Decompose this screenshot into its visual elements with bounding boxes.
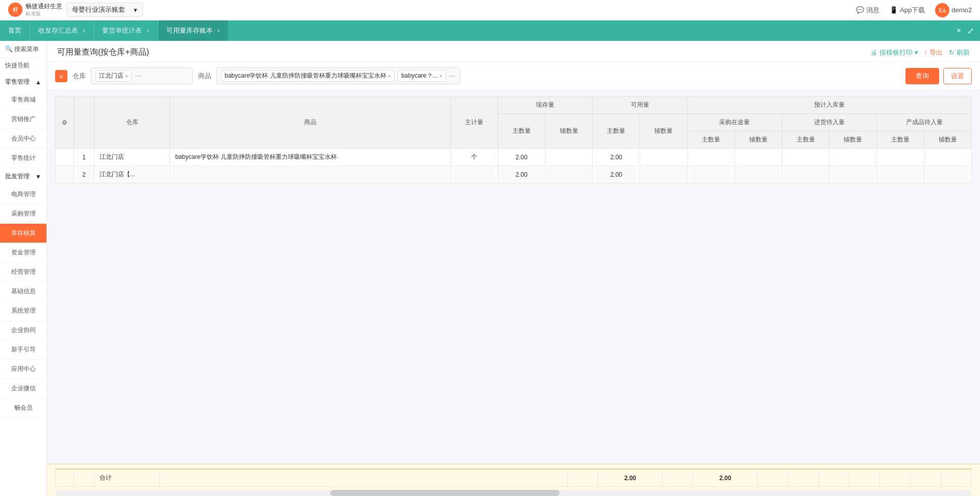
row2-current-main: 2.00 [498,166,545,183]
logo-area: 好 畅捷通好生意 标准版 [8,3,62,17]
th-incoming-main: 主数量 [782,131,829,149]
filter-bar: » 仓库 江北门店 × ··· 商品 babycare学饮杯 儿童防摔防撞吸管杯… [47,62,980,90]
row2-incoming-aux [829,166,877,183]
warehouse-more-btn[interactable]: ··· [135,72,141,81]
filter-toggle-btn[interactable]: » [55,70,67,82]
row2-warehouse: 江北门店【... [94,166,170,183]
sidebar-item-retail-mall[interactable]: 零售商城 [0,90,46,110]
warehouse-tag-remove[interactable]: × [125,73,128,79]
sidebar-item-enterprise-wx[interactable]: 企业微信 [0,379,46,398]
total-p4 [880,469,911,487]
tab-order-stats[interactable]: 要货单统计表 × [94,20,158,41]
sidebar-item-purchase[interactable]: 采购管理 [0,204,46,224]
goods-tag-2-remove[interactable]: × [439,73,443,79]
row2-no: 2 [74,166,94,183]
row1-incoming-aux [829,149,877,166]
sidebar-item-system[interactable]: 系统管理 [0,301,46,321]
sidebar: 🔍 搜索菜单 快捷导航 零售管理 ▲ 零售商城 营销推广 会员中心 零售统计 批… [0,41,47,496]
tab-receive-pay-close[interactable]: × [82,28,85,34]
tab-home[interactable]: 首页 [0,20,30,41]
th-incoming-pending: 进货待入量 [782,114,877,131]
th-current-main: 主数量 [498,114,545,149]
row1-avail-aux [640,149,688,166]
message-btn[interactable]: 💬 消息 [856,6,879,15]
nav-tabs: 首页 收发存汇总表 × 要货单统计表 × 可用量库存账本 × × ⤢ [0,20,980,41]
total-area: 合计 2.00 2.00 [47,464,980,496]
page-title: 可用量查询(按仓库+商品) [57,47,149,58]
export-btn[interactable]: ↑ 导出 [924,48,943,57]
main-layout: 🔍 搜索菜单 快捷导航 零售管理 ▲ 零售商城 营销推广 会员中心 零售统计 批… [0,41,980,496]
row2-purchase-aux [734,166,782,183]
sidebar-item-wholesale-mgmt[interactable]: 批发管理 ▼ [0,168,46,185]
total-goods [160,469,568,487]
total-row: 合计 2.00 2.00 [56,469,972,487]
sidebar-item-new-guide[interactable]: 新手引导 [0,340,46,360]
maximize-btn[interactable]: ⤢ [965,24,976,38]
sidebar-item-inventory[interactable]: 库存核算 [0,224,46,243]
row1-unit: 个 [451,149,498,166]
tenant-name: 母婴行业演示账套 [72,5,125,14]
th-current-stock: 现存量 [498,97,593,114]
tab-order-stats-close[interactable]: × [146,28,149,34]
chevron-icon: ▲ [35,79,41,86]
sidebar-item-retail-stats[interactable]: 零售统计 [0,149,46,168]
sidebar-quick-nav[interactable]: 快捷导航 [0,58,46,74]
row2-product-main [877,166,924,183]
user-area[interactable]: Ea demo2 [935,3,972,17]
th-product-main: 主数量 [877,131,924,149]
row1-purchase-main [688,149,735,166]
total-unit [567,469,598,487]
sidebar-search[interactable]: 🔍 搜索菜单 [0,41,46,58]
th-warehouse: 仓库 [94,97,170,149]
warehouse-tag[interactable]: 江北门店 × [95,70,132,82]
th-purchase-transit: 采购在途量 [688,114,782,131]
sidebar-item-member-center[interactable]: 会员中心 [0,129,46,149]
tab-available-ledger-label: 可用量库存账本 [166,26,213,35]
sidebar-item-finance[interactable]: 资金管理 [0,243,46,263]
row2-incoming-main [782,166,829,183]
sidebar-item-ecommerce[interactable]: 电商管理 [0,185,46,204]
goods-tag-2[interactable]: babycare？... × [398,70,446,82]
row2-purchase-main [688,166,735,183]
th-avail-main: 主数量 [593,114,640,149]
top-bar-left: 好 畅捷通好生意 标准版 母婴行业演示账套 ▾ [8,3,143,17]
content-area: 可用量查询(按仓库+商品) 🖨 按模板打印 ▾ ↑ 导出 ↻ 刷新 » [47,41,980,496]
tab-receive-pay[interactable]: 收发存汇总表 × [30,20,94,41]
th-gear: ⚙ [56,97,74,149]
sidebar-item-base-info[interactable]: 基础信息 [0,282,46,301]
row1-goods: babycare学饮杯 儿童防摔防撞吸管杯重力球吸嘴杯宝宝水杯 [170,149,451,166]
tab-available-ledger-close[interactable]: × [217,28,220,34]
goods-tag-1[interactable]: babycare学饮杯 儿童防摔防撞吸管杯重力球吸嘴杯宝宝水杯 × [221,70,395,82]
refresh-btn[interactable]: ↻ 刷新 [949,48,970,57]
close-window-btn[interactable]: × [954,24,963,37]
settings-button[interactable]: 设置 [943,68,972,84]
th-unit: 主计量 [451,97,498,149]
total-label: 合计 [94,469,160,487]
sidebar-item-vip-member[interactable]: 畅会员 [0,398,46,418]
tenant-selector[interactable]: 母婴行业演示账套 ▾ [66,3,143,17]
th-product-pending: 产成品待入量 [877,114,972,131]
th-incoming-aux: 辅数量 [829,131,877,149]
sidebar-item-enterprise-collab[interactable]: 企业协同 [0,321,46,340]
row1-purchase-aux [734,149,782,166]
print-template-btn[interactable]: 🖨 按模板打印 ▾ [871,48,918,57]
sidebar-item-marketing[interactable]: 营销推广 [0,110,46,129]
goods-filter-group: babycare学饮杯 儿童防摔防撞吸管杯重力球吸嘴杯宝宝水杯 × babyca… [216,67,460,84]
goods-tag-1-remove[interactable]: × [388,73,391,79]
query-button[interactable]: 查询 [905,68,939,84]
settings-gear-icon[interactable]: ⚙ [62,119,67,126]
username: demo2 [951,6,972,14]
sidebar-item-app-center[interactable]: 应用中心 [0,360,46,379]
tab-available-ledger[interactable]: 可用量库存账本 × [158,20,229,41]
total-p6 [941,469,972,487]
sidebar-item-retail-mgmt[interactable]: 零售管理 ▲ [0,74,46,90]
row1-product-aux [924,149,972,166]
horizontal-scrollbar[interactable] [55,490,972,496]
scrollbar-thumb[interactable] [330,490,559,496]
total-p5 [911,469,941,487]
app-download-btn[interactable]: 📱 App下载 [890,6,925,15]
total-current-main: 2.00 [598,469,663,487]
goods-more-btn[interactable]: ··· [449,72,456,81]
sidebar-item-operations[interactable]: 经营管理 [0,263,46,282]
avatar: Ea [935,3,949,17]
